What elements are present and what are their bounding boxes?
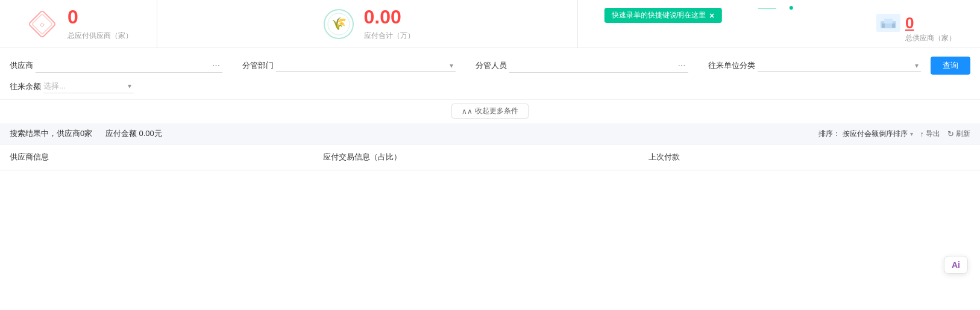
svg-rect-9 [892,23,895,28]
sort-chevron-icon: ▾ [910,131,913,137]
filter-unit-class: 往来单位分类 ▾ [708,60,921,72]
table-header: 供应商信息 应付交易信息（占比） 上次付款 [0,144,980,170]
svg-rect-7 [884,19,893,23]
department-input-wrapper: ▾ [276,60,455,72]
balance-placeholder: 选择... [43,81,125,91]
collapse-bar: ∧∧ 收起更多条件 [0,100,980,123]
person-input-wrapper: ··· [509,59,688,73]
payable-total-label: 应付合计（万） [364,31,415,41]
payable-suppliers-label: 总应付供应商（家） [68,31,133,41]
balance-chevron[interactable]: ▾ [125,82,134,90]
refresh-icon: ↻ [947,129,954,138]
svg-rect-8 [882,23,885,28]
sort-label: 排序： [818,129,840,139]
person-input[interactable] [509,61,676,70]
tooltip-line [758,8,776,8]
sort-select[interactable]: 排序： 按应付会额倒序排序 ▾ [818,129,913,139]
amount-text: 应付金额 0.00元 [105,129,162,138]
unit-class-input-wrapper: ▾ [758,60,921,72]
tooltip-dot [788,5,794,11]
col-transaction-header: 应付交易信息（占比） [323,152,649,163]
refresh-button[interactable]: ↻ 刷新 [947,129,970,139]
unit-class-chevron[interactable]: ▾ [912,61,921,70]
results-text: 搜索结果中，供应商0家 [10,129,92,138]
col-last-payment-header: 上次付款 [649,152,970,163]
supplier-input[interactable] [36,61,210,70]
department-chevron[interactable]: ▾ [447,61,456,70]
stat-payable-total: 🌾 0.00 应付合计（万） [157,0,578,48]
supplier-dots[interactable]: ··· [210,60,222,71]
supplier-input-wrapper: ··· [36,59,222,73]
sort-value: 按应付会额倒序排序 [843,129,908,139]
unit-class-label: 往来单位分类 [708,60,755,71]
diamond-icon: ◇ [24,6,60,42]
person-label: 分管人员 [476,60,507,71]
filter-supplier: 供应商 ··· [10,59,222,73]
results-actions: 排序： 按应付会额倒序排序 ▾ ↑ 导出 ↻ 刷新 [818,129,971,139]
stat-payable-text: 0 总应付供应商（家） [68,7,133,40]
col-supplier-info-header: 供应商信息 [10,152,323,163]
payable-suppliers-number: 0 [68,7,133,28]
stat-payable-suppliers: ◇ 0 总应付供应商（家） [0,0,157,48]
svg-text:🌾: 🌾 [331,16,346,31]
filter-department: 分管部门 ▾ [242,60,455,72]
stats-bar: ◇ 0 总应付供应商（家） 🌾 0.00 应付合计（万） 快速录单的快捷键说明在… [0,0,980,48]
collapse-up-icon: ∧∧ [462,107,473,116]
export-button[interactable]: ↑ 导出 [920,129,941,139]
collapse-label: 收起更多条件 [475,106,518,116]
department-input[interactable] [276,61,447,70]
supplier-label: 供应商 [10,60,33,71]
payable-total-number: 0.00 [364,7,415,28]
unit-class-input[interactable] [758,61,912,70]
stat-total-suppliers: 快速录单的快捷键说明在这里 × 0 [578,0,980,48]
wheat-icon: 🌾 [321,6,357,42]
ai-badge[interactable]: Ai [944,256,968,274]
tooltip-close[interactable]: × [709,11,714,20]
total-suppliers-number: 0 [905,14,914,32]
balance-select[interactable]: 选择... ▾ [43,79,134,93]
supplier-icon [876,14,900,32]
total-suppliers-label: 总供应商（家） [905,33,956,43]
svg-text:◇: ◇ [40,21,45,28]
tooltip-text: 快速录单的快捷键说明在这里 [612,10,706,20]
table-body [0,170,980,310]
filter-area: 供应商 ··· 分管部门 ▾ 分管人员 ··· 往来单位分 [0,48,980,100]
refresh-label: 刷新 [956,129,970,139]
filter-row-1: 供应商 ··· 分管部门 ▾ 分管人员 ··· 往来单位分 [10,57,970,75]
results-bar: 搜索结果中，供应商0家 应付金额 0.00元 排序： 按应付会额倒序排序 ▾ ↑… [0,123,980,144]
balance-label: 往来余额 [10,81,41,92]
filter-person: 分管人员 ··· [476,59,688,73]
shortcut-tooltip: 快速录单的快捷键说明在这里 × [605,8,721,23]
results-info: 搜索结果中，供应商0家 应付金额 0.00元 [10,128,162,139]
payable-total-text: 0.00 应付合计（万） [364,7,415,40]
department-label: 分管部门 [242,60,274,71]
export-label: 导出 [926,129,940,139]
filter-row-2: 往来余额 选择... ▾ [10,79,970,93]
person-dots[interactable]: ··· [675,60,688,71]
query-button[interactable]: 查询 [931,57,970,75]
export-icon: ↑ [920,129,925,138]
collapse-button[interactable]: ∧∧ 收起更多条件 [451,104,529,119]
